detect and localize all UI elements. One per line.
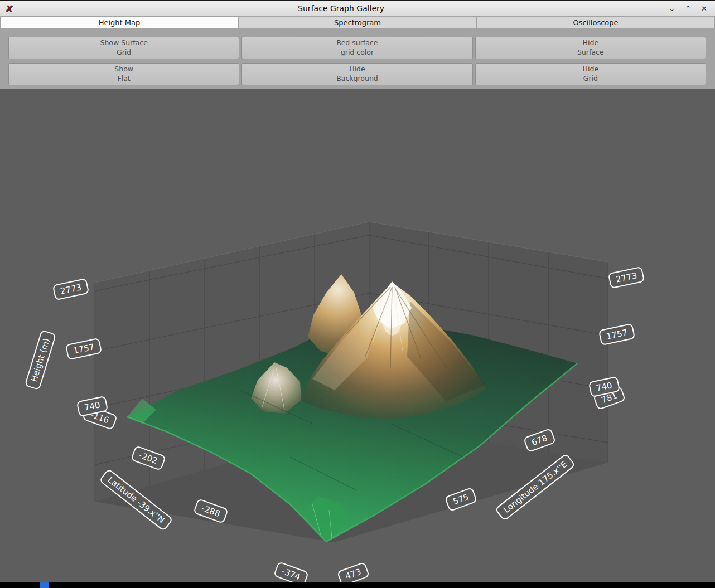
tab-oscilloscope[interactable]: Oscilloscope	[477, 16, 715, 28]
window-controls: ⌄ ⌃ ✕	[669, 1, 707, 16]
bottom-edge	[0, 582, 715, 588]
app-window: X Surface Graph Gallery ⌄ ⌃ ✕ Height Map…	[0, 0, 715, 588]
button-panel: Show Surface Grid Red surface grid color…	[0, 28, 715, 89]
app-icon: X	[3, 3, 13, 13]
hide-grid-button[interactable]: Hide Grid	[475, 63, 706, 85]
window-title: Surface Graph Gallery	[13, 4, 669, 13]
hide-surface-button[interactable]: Hide Surface	[475, 37, 706, 59]
titlebar[interactable]: X Surface Graph Gallery ⌄ ⌃ ✕	[0, 1, 715, 16]
maximize-button[interactable]: ⌃	[685, 1, 691, 16]
minimize-button[interactable]: ⌄	[669, 1, 675, 16]
hide-background-button[interactable]: Hide Background	[241, 63, 472, 85]
red-surface-grid-color-button[interactable]: Red surface grid color	[241, 37, 472, 59]
taskbar-fragment	[40, 582, 49, 588]
close-button[interactable]: ✕	[701, 1, 707, 16]
show-flat-button[interactable]: Show Flat	[8, 63, 239, 85]
tab-height-map[interactable]: Height Map	[0, 16, 239, 28]
tab-spectrogram[interactable]: Spectrogram	[239, 16, 477, 28]
show-surface-grid-button[interactable]: Show Surface Grid	[8, 37, 239, 59]
tab-bar: Height Map Spectrogram Oscilloscope	[0, 16, 715, 28]
surface-view[interactable]: 2773 1757 740 -116 2773 1757 740 781 678…	[0, 89, 715, 582]
